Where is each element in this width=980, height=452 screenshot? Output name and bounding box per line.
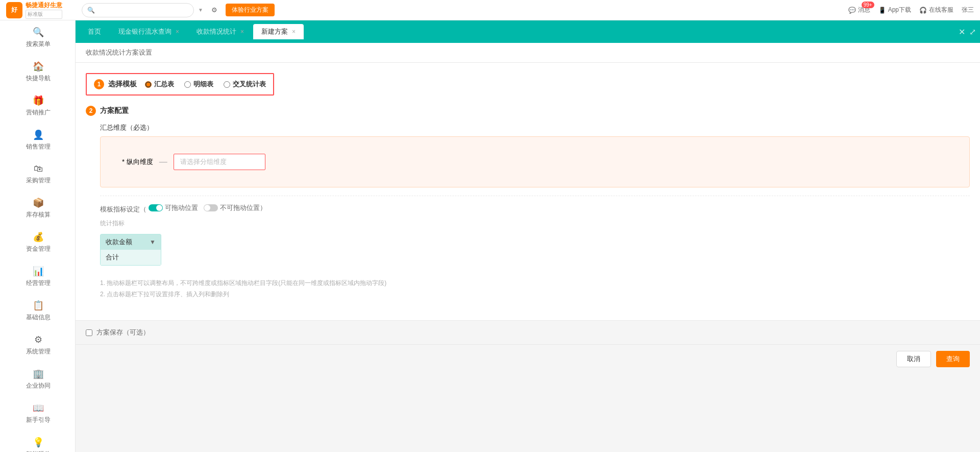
tab-bank-flow-close[interactable]: × — [176, 28, 179, 35]
tab-bank-flow[interactable]: 现金银行流水查询 × — [110, 24, 187, 39]
search-icon: 🔍 — [87, 7, 95, 14]
tab-new-plan[interactable]: 新建方案 × — [253, 24, 304, 39]
radio-cross[interactable]: 交叉统计表 — [224, 80, 266, 89]
sidebar-item-finance[interactable]: 💰 资金管理 — [0, 225, 75, 259]
sidebar-item-enterprise[interactable]: 🏢 企业协同 — [0, 362, 75, 396]
sidebar-item-label: 快捷导航 — [26, 74, 51, 83]
radio-detail-input[interactable] — [184, 81, 191, 88]
radio-detail-label: 明细表 — [193, 80, 213, 89]
indicator-dropdown-icon[interactable]: ▼ — [150, 239, 156, 246]
indicator-box: 收款金额 ▼ 合计 — [100, 234, 161, 266]
message-button[interactable]: 💬 消息 99+ — [848, 6, 870, 14]
tab-expand-icon[interactable]: ⤢ — [969, 27, 976, 37]
sidebar-item-operations[interactable]: 📊 经营管理 — [0, 259, 75, 294]
tab-payment-stats-close[interactable]: × — [240, 28, 244, 35]
user-info[interactable]: 张三 — [962, 6, 974, 14]
sidebar-item-quick-nav[interactable]: 🏠 快捷导航 — [0, 55, 75, 89]
search-input[interactable] — [97, 7, 188, 14]
save-checkbox[interactable] — [86, 329, 92, 336]
sidebar-item-label: 智能硬件 — [26, 450, 51, 452]
quick-nav-icon: 🏠 — [33, 61, 44, 72]
dimension-select[interactable]: 请选择分组维度 — [174, 154, 265, 170]
hardware-icon: 💡 — [33, 437, 44, 448]
sidebar-item-system[interactable]: ⚙ 系统管理 — [0, 328, 75, 362]
section1-title: 1 选择模板 汇总表 明细表 — [86, 73, 970, 96]
tab-home[interactable]: 首页 — [80, 24, 109, 39]
draggable-toggle[interactable] — [149, 204, 163, 211]
indicator-title: 收款金额 — [106, 237, 132, 247]
indicators-section: 模板指标设定（ 可拖动位置 — [100, 196, 970, 266]
search-bar[interactable]: 🔍 — [82, 3, 194, 17]
dimension-area: * 纵向维度 — 请选择分组维度 — [100, 136, 970, 187]
radio-cross-input[interactable] — [224, 81, 230, 88]
tab-new-plan-close[interactable]: × — [292, 28, 296, 35]
settings-icon[interactable]: ⚙ — [207, 3, 222, 17]
system-icon: ⚙ — [34, 334, 42, 345]
service-icon: 🎧 — [919, 7, 927, 14]
sidebar-item-label: 营销推广 — [26, 108, 51, 117]
logo-icon: 好 — [6, 2, 22, 18]
save-section: 方案保存（可选） — [76, 320, 980, 344]
message-icon: 💬 — [848, 7, 856, 14]
sidebar-item-label: 库存核算 — [26, 210, 51, 219]
radio-cross-label: 交叉统计表 — [233, 80, 266, 89]
app-icon: 📱 — [878, 7, 886, 14]
tip-item-1: 1. 拖动标题栏可以调整布局，不可跨维度或指标区域拖动栏目字段(只能在同一维度或… — [100, 278, 970, 289]
radio-summary[interactable]: 汇总表 — [145, 80, 174, 89]
query-button[interactable]: 查询 — [936, 351, 970, 367]
form-area: 1 选择模板 汇总表 明细表 — [76, 63, 980, 320]
message-badge: 99+ — [862, 2, 874, 8]
template-box: 1 选择模板 汇总表 明细表 — [86, 73, 274, 96]
footer: 取消 查询 — [76, 344, 980, 373]
sidebar-item-sales[interactable]: 👤 销售管理 — [0, 123, 75, 157]
dim-arrow-icon: — — [159, 157, 167, 166]
tab-close-all-icon[interactable]: ✕ — [959, 27, 965, 37]
dimension-config-label: 汇总维度（必选） — [100, 123, 970, 132]
tab-payment-stats[interactable]: 收款情况统计 × — [188, 24, 252, 39]
sidebar-item-inventory[interactable]: 📦 库存核算 — [0, 191, 75, 225]
sidebar: 🔍 搜索菜单 🏠 快捷导航 🎁 营销推广 👤 销售管理 🛍 采购管理 📦 库存核… — [0, 20, 76, 452]
section1-num: 1 — [94, 79, 104, 89]
cancel-button[interactable]: 取消 — [896, 351, 931, 367]
sidebar-item-purchase[interactable]: 🛍 采购管理 — [0, 157, 75, 191]
tip-item-2: 2. 点击标题栏下拉可设置排序、插入列和删除列 — [100, 289, 970, 300]
radio-detail[interactable]: 明细表 — [184, 80, 213, 89]
logo-text: 畅捷通好生意 — [26, 1, 62, 10]
section-template: 1 选择模板 汇总表 明细表 — [86, 73, 970, 96]
sales-icon: 👤 — [33, 129, 44, 140]
section-config: 2 方案配置 汇总维度（必选） * 纵向维度 — 请选 — [86, 106, 970, 300]
online-service-button[interactable]: 🎧 在线客服 — [919, 6, 953, 14]
sidebar-item-label: 系统管理 — [26, 347, 51, 356]
sidebar-item-hardware[interactable]: 💡 智能硬件 — [0, 431, 75, 452]
sidebar-item-label: 新手引导 — [26, 416, 51, 424]
industry-button[interactable]: 体验行业方案 — [226, 4, 275, 16]
sidebar-item-guide[interactable]: 📖 新手引导 — [0, 396, 75, 431]
logo-badge: 标准版 — [26, 10, 62, 19]
stats-area: 统计指标 收款金额 ▼ 合计 — [100, 219, 970, 266]
logo-area: 好 畅捷通好生意 标准版 — [6, 1, 78, 19]
app-download-button[interactable]: 📱 App下载 — [878, 6, 911, 14]
non-draggable-toggle[interactable] — [204, 204, 218, 211]
sidebar-item-label: 经营管理 — [26, 279, 51, 288]
top-right-area: 💬 消息 99+ 📱 App下载 🎧 在线客服 张三 — [848, 6, 974, 14]
page-header: 收款情况统计方案设置 — [76, 43, 980, 63]
vertical-dim-label: * 纵向维度 — [122, 157, 153, 166]
section2-num: 2 — [86, 106, 96, 116]
sidebar-item-label: 企业协同 — [26, 382, 51, 390]
section1-label: 选择模板 — [108, 80, 137, 89]
radio-summary-input[interactable] — [145, 81, 152, 88]
sidebar-item-basic-info[interactable]: 📋 基础信息 — [0, 294, 75, 328]
search-dropdown-arrow[interactable]: ▼ — [198, 7, 203, 13]
marketing-icon: 🎁 — [33, 95, 44, 106]
indicator-body: 合计 — [101, 250, 161, 265]
basic-info-icon: 📋 — [33, 300, 44, 311]
purchase-icon: 🛍 — [34, 163, 43, 174]
indicator-header: 收款金额 ▼ — [101, 234, 161, 250]
sidebar-item-search-menu[interactable]: 🔍 搜索菜单 — [0, 20, 75, 55]
radio-group-template: 汇总表 明细表 交叉统计表 — [145, 80, 266, 89]
enterprise-icon: 🏢 — [33, 368, 44, 379]
save-label: 方案保存（可选） — [96, 328, 150, 337]
sidebar-item-marketing[interactable]: 🎁 营销推广 — [0, 89, 75, 123]
sidebar-item-label: 销售管理 — [26, 142, 51, 151]
tab-home-label: 首页 — [88, 27, 101, 36]
